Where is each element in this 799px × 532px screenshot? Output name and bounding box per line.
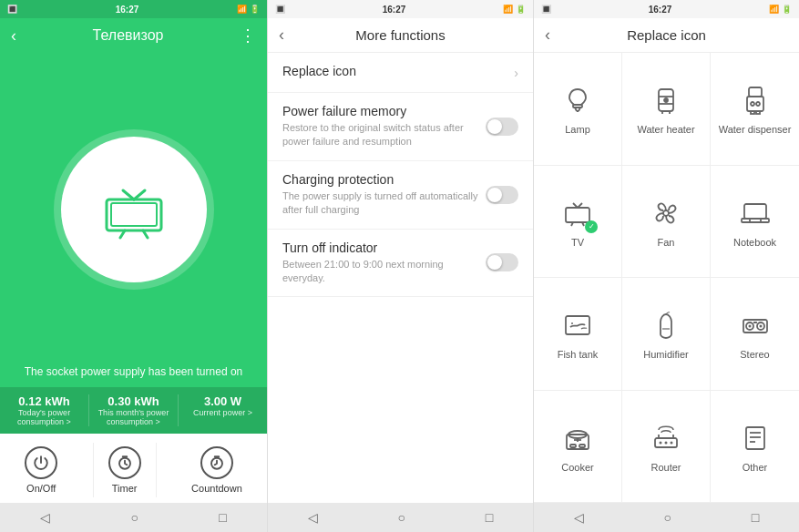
tv-icon-area [0,53,267,365]
indicator-toggle[interactable] [486,253,518,271]
stat-current-value: 3.00 W [179,394,267,408]
back-button[interactable]: ‹ [11,26,16,46]
icon-cell-water-dispenser[interactable]: Water dispenser [711,53,799,166]
nav-bar-tv: ◁ ○ □ [0,503,267,532]
countdown-button[interactable]: Countdown [177,443,257,497]
timer-label: Timer [112,483,138,494]
svg-point-52 [660,441,662,444]
signal-icon-panel: 📶 [769,5,779,14]
icon-cell-lamp[interactable]: Lamp [534,53,622,166]
svg-rect-47 [570,445,576,447]
onoff-label: On/Off [26,483,56,494]
icon-back-button[interactable]: ‹ [545,26,550,45]
power-failure-title: Power failure memory [282,104,486,118]
svg-rect-31 [742,219,769,222]
more-options-button[interactable]: ⋮ [240,26,256,46]
onoff-icon [25,446,57,479]
fan-icon [648,195,684,231]
nav-recent-more[interactable]: □ [486,510,493,525]
svg-point-17 [664,98,668,102]
onoff-button[interactable]: On/Off [10,443,72,497]
turn-off-indicator-item[interactable]: Turn off indicator Between 21:00 to 9:00… [268,230,533,298]
battery-icon-panel: 🔋 [782,5,792,14]
water-heater-label: Water heater [637,124,694,135]
icon-cell-humidifier[interactable]: Humidifier [622,278,711,391]
signal-icon: 📶 [237,5,247,14]
notif-icon-icon: 🔳 [541,5,551,14]
svg-point-23 [756,102,760,106]
status-right-icon: 📶 🔋 [769,5,792,14]
charging-desc: The power supply is turned off automatic… [282,189,486,218]
svg-point-53 [665,441,668,444]
svg-rect-55 [746,427,764,449]
icon-cell-stereo[interactable]: Stereo [711,278,799,391]
tv-stats: 0.12 kWh Today's powerconsumption > 0.30… [0,387,267,434]
router-icon [648,420,684,456]
icon-cell-water-heater[interactable]: Water heater [622,53,711,166]
nav-bar-icon: ◁ ○ □ [534,503,799,532]
nav-recent-icon[interactable]: □ [752,510,759,525]
replace-icon-panel: 🔳 16:27 📶 🔋 ‹ Replace icon Lamp [534,0,799,532]
cooker-icon [559,420,596,456]
fish-tank-icon [559,307,596,343]
svg-rect-26 [566,208,589,222]
svg-point-29 [663,210,669,216]
more-back-button[interactable]: ‹ [279,26,284,45]
nav-back-icon[interactable]: ◁ [574,510,584,525]
tv-controls: On/Off Timer Countdown [0,434,267,503]
fish-tank-label: Fish tank [558,349,599,360]
timer-button[interactable]: Timer [93,443,157,497]
power-failure-toggle[interactable] [486,118,518,136]
stat-today[interactable]: 0.12 kWh Today's powerconsumption > [0,394,89,426]
more-functions-list: Replace icon › Power failure memory Rest… [268,53,533,503]
svg-rect-48 [579,445,585,447]
icon-cell-other[interactable]: Other [711,391,799,504]
icon-cell-tv[interactable]: ✓ TV [534,166,622,279]
status-left-more: 🔳 [275,5,285,14]
notification-icon: 🔳 [7,5,17,14]
svg-rect-30 [744,204,766,219]
stat-current-label: Current power > [179,408,267,417]
power-failure-item[interactable]: Power failure memory Restore to the orig… [268,93,533,161]
nav-recent-tv[interactable]: □ [219,510,226,525]
svg-point-22 [751,102,754,106]
water-heater-icon [648,82,684,118]
svg-rect-18 [749,87,762,97]
status-right-more: 📶 🔋 [503,5,526,14]
indicator-left: Turn off indicator Between 21:00 to 9:00… [282,240,486,286]
charging-toggle[interactable] [486,186,518,204]
other-label: Other [743,462,768,473]
stat-month-value: 0.30 kWh [89,394,178,408]
stat-month[interactable]: 0.30 kWh This month's powerconsumption > [89,394,179,426]
humidifier-icon [648,307,684,343]
charging-title: Charging protection [282,172,486,187]
replace-icon-title: Replace icon [282,64,514,78]
stat-month-label: This month's powerconsumption > [89,408,178,426]
icon-grid: Lamp Water heater [534,53,799,503]
more-header: ‹ More functions [268,18,533,53]
stereo-icon [737,307,773,343]
nav-home-tv[interactable]: ○ [131,510,138,525]
lamp-label: Lamp [565,124,590,135]
status-bar-icon: 🔳 16:27 📶 🔋 [534,0,799,18]
icon-cell-fish-tank[interactable]: Fish tank [534,278,622,391]
nav-back-more[interactable]: ◁ [308,510,318,525]
nav-back-tv[interactable]: ◁ [40,510,50,525]
replace-icon-item[interactable]: Replace icon › [268,53,533,93]
tv-label: TV [571,237,584,248]
icon-cell-cooker[interactable]: Cooker [534,391,622,504]
charging-protection-item[interactable]: Charging protection The power supply is … [268,161,533,230]
icon-cell-fan[interactable]: Fan [622,166,711,279]
notif-icon-more: 🔳 [275,5,285,14]
icon-cell-notebook[interactable]: Notebook [711,166,799,279]
indicator-desc: Between 21:00 to 9:00 next morning every… [282,258,486,286]
svg-rect-42 [753,322,757,323]
nav-home-icon[interactable]: ○ [664,510,671,525]
nav-home-more[interactable]: ○ [398,510,405,525]
nav-bar-more: ◁ ○ □ [268,503,533,532]
svg-rect-21 [756,111,760,114]
stat-current[interactable]: 3.00 W Current power > [179,394,267,426]
icon-cell-router[interactable]: Router [622,391,711,504]
timer-icon [108,446,141,479]
svg-rect-20 [751,111,754,114]
